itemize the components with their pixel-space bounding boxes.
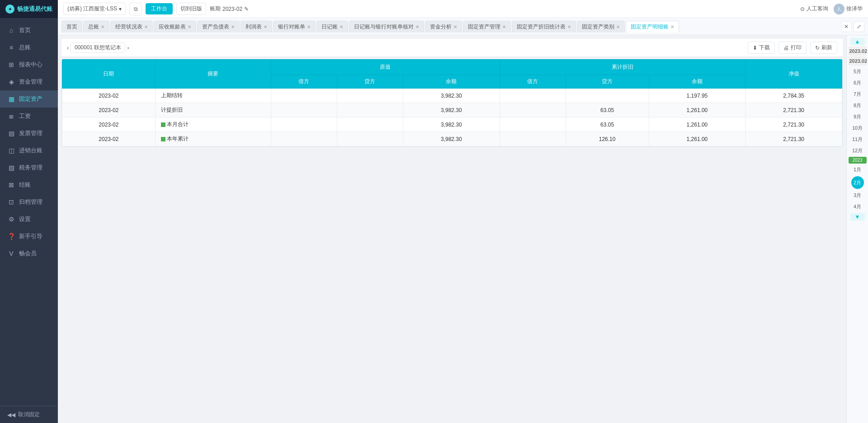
sidebar-icon: ◫ <box>7 147 15 154</box>
tab-日记账[interactable]: 日记账✕ <box>316 21 348 33</box>
cell-date: 2023-02 <box>62 89 156 103</box>
tab-固定资产折旧统计表[interactable]: 固定资产折旧统计表✕ <box>512 21 576 33</box>
cell-orig-debit <box>271 89 337 103</box>
switch-old-version-button[interactable]: 切到旧版 <box>176 3 206 15</box>
sidebar-navigation: ⌂首页≡总账⊞报表中心◈资金管理▦固定资产≣工资▤发票管理◫进销台账▧税务管理⊠… <box>0 18 58 406</box>
cell-date: 2023-02 <box>62 132 156 146</box>
tab-首页[interactable]: 首页 <box>61 21 82 33</box>
user-menu[interactable]: 人 徐泽华 <box>834 4 863 14</box>
sidebar-label: 归档管理 <box>19 198 42 206</box>
human-service[interactable]: ⊙ 人工客询 <box>800 5 828 13</box>
close-tab-icon[interactable]: ✕ <box>101 24 104 29</box>
close-tab-icon[interactable]: ✕ <box>307 24 311 29</box>
print-button[interactable]: 🖨 打印 <box>778 42 807 54</box>
sidebar-item-设置[interactable]: ⚙设置 <box>0 211 58 228</box>
close-tab-icon[interactable]: ✕ <box>616 24 620 29</box>
company-selector[interactable]: (劝募) 江西服堂-LSS ▾ <box>63 3 126 15</box>
close-tab-icon[interactable]: ✕ <box>188 24 191 29</box>
edit-period-icon[interactable]: ✎ <box>244 6 249 12</box>
period-month-12月[interactable]: 12月 <box>849 146 867 156</box>
period-header-2: 2023.02 <box>849 56 867 66</box>
main-content: ‹ 000001 联想笔记本 › ⬇ 下载 🖨 打印 <box>58 35 846 423</box>
col-original-value: 原值 <box>271 60 500 75</box>
maximize-button[interactable]: ⤢ <box>854 21 864 32</box>
period-up-button[interactable]: ▲ <box>850 38 865 45</box>
tab-日记账与银行对账单核对[interactable]: 日记账与银行对账单核对✕ <box>349 21 424 33</box>
period-month-4月[interactable]: 4月 <box>849 202 867 212</box>
close-tab-icon[interactable]: ✕ <box>567 24 571 29</box>
period-month-9月[interactable]: 9月 <box>849 112 867 122</box>
chevron-down-icon: ▾ <box>119 6 122 12</box>
asset-name: 000001 联想笔记本 <box>71 42 125 53</box>
tab-总账[interactable]: 总账✕ <box>83 21 109 33</box>
sidebar-item-首页[interactable]: ⌂首页 <box>0 22 58 39</box>
tab-固定资产明细账[interactable]: 固定资产明细账✕ <box>626 21 679 33</box>
close-tab-icon[interactable]: ✕ <box>231 24 235 29</box>
cell-accum-credit: 126.10 <box>566 132 649 146</box>
sidebar-item-新手引导[interactable]: ❓新手引导 <box>0 228 58 245</box>
sidebar-item-畅会员[interactable]: V畅会员 <box>0 245 58 262</box>
tab-资产负债表[interactable]: 资产负债表✕ <box>197 21 240 33</box>
close-tab-icon[interactable]: ✕ <box>453 24 457 29</box>
sidebar-item-发票管理[interactable]: ▤发票管理 <box>0 125 58 142</box>
tab-经营状况表[interactable]: 经营状况表✕ <box>110 21 153 33</box>
table-row: 2023-02 本年累计 3,982.30 126.10 1,261.00 2,… <box>62 132 842 146</box>
app-logo: ✦ 畅捷通易代账 <box>0 0 58 18</box>
breadcrumb-prev-arrow[interactable]: ‹ <box>67 45 69 51</box>
cell-accum-debit <box>500 132 566 146</box>
sidebar-icon: ▤ <box>7 130 15 137</box>
period-month-8月[interactable]: 8月 <box>849 100 867 111</box>
period-month-10月[interactable]: 10月 <box>849 123 867 133</box>
close-tab-icon[interactable]: ✕ <box>415 24 419 29</box>
period-month-7月[interactable]: 7月 <box>849 89 867 99</box>
sidebar-item-总账[interactable]: ≡总账 <box>0 39 58 56</box>
close-tab-icon[interactable]: ✕ <box>144 24 148 29</box>
period-month-3月[interactable]: 3月 <box>849 190 867 201</box>
sidebar-icon: ⌂ <box>7 27 15 34</box>
copy-button[interactable]: ⧉ <box>129 3 142 15</box>
sidebar-icon: ⊠ <box>7 181 15 188</box>
close-tab-icon[interactable]: ✕ <box>670 24 674 29</box>
period-month-2月[interactable]: 2月 <box>851 176 864 189</box>
sidebar-item-报表中心[interactable]: ⊞报表中心 <box>0 56 58 73</box>
sub-header: ‹ 000001 联想笔记本 › ⬇ 下载 🖨 打印 <box>61 39 843 57</box>
tab-利润表[interactable]: 利润表✕ <box>241 21 272 33</box>
sidebar-label: 进销台账 <box>19 146 42 155</box>
pin-icon: ◀◀ <box>7 412 15 418</box>
sidebar-item-结账[interactable]: ⊠结账 <box>0 176 58 193</box>
period-month-5月[interactable]: 5月 <box>849 66 867 77</box>
tab-资金分析[interactable]: 资金分析✕ <box>425 21 462 33</box>
close-tab-icon[interactable]: ✕ <box>502 24 506 29</box>
close-tab-icon[interactable]: ✕ <box>340 24 343 29</box>
close-tab-icon[interactable]: ✕ <box>264 24 267 29</box>
sidebar-item-资金管理[interactable]: ◈资金管理 <box>0 73 58 90</box>
print-label: 打印 <box>791 44 802 52</box>
breadcrumb-next-arrow[interactable]: › <box>127 45 129 51</box>
period-month-1月[interactable]: 1月 <box>849 164 867 175</box>
sidebar-label: 固定资产 <box>19 95 42 103</box>
period-right-sidebar: ▲ 2023.02 2023.02 5月6月7月8月9月10月11月12月202… <box>846 35 868 423</box>
tab-银行对账单[interactable]: 银行对账单✕ <box>273 21 316 33</box>
period-down-button[interactable]: ▼ <box>850 213 865 221</box>
tab-label: 固定资产管理 <box>468 23 500 31</box>
sidebar-item-进销台账[interactable]: ◫进销台账 <box>0 142 58 159</box>
period-month-11月[interactable]: 11月 <box>849 134 867 145</box>
sidebar-item-归档管理[interactable]: ⊡归档管理 <box>0 193 58 211</box>
tab-应收账龄表[interactable]: 应收账龄表✕ <box>154 21 196 33</box>
username: 徐泽华 <box>846 5 863 13</box>
sidebar-icon: ❓ <box>7 233 15 240</box>
sidebar-item-工资[interactable]: ≣工资 <box>0 108 58 125</box>
refresh-button[interactable]: ↻ 刷新 <box>810 42 837 54</box>
tab-固定资产管理[interactable]: 固定资产管理✕ <box>463 21 511 33</box>
sidebar-item-税务管理[interactable]: ▧税务管理 <box>0 159 58 176</box>
tab-label: 首页 <box>66 23 77 31</box>
cell-orig-credit <box>337 132 403 146</box>
tab-固定资产类别[interactable]: 固定资产类别✕ <box>577 21 625 33</box>
period-month-6月[interactable]: 6月 <box>849 78 867 88</box>
workbench-button[interactable]: 工作台 <box>146 3 173 14</box>
download-button[interactable]: ⬇ 下载 <box>748 42 775 54</box>
sidebar-footer-pin[interactable]: ◀◀ 取消固定 <box>0 406 58 423</box>
sidebar-item-固定资产[interactable]: ▦固定资产 <box>0 90 58 108</box>
close-all-tabs-button[interactable]: ✕ <box>841 21 852 32</box>
asset-code: 000001 <box>75 44 93 51</box>
